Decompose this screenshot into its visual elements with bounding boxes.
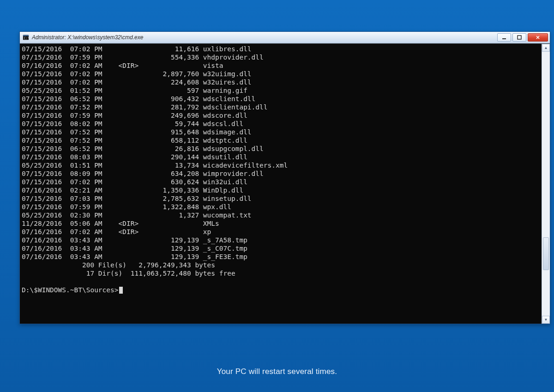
close-button[interactable] — [528, 33, 548, 42]
minimize-button[interactable] — [497, 33, 511, 42]
terminal-output[interactable]: 07/15/2016 07:02 PM 11,616 uxlibres.dll … — [20, 44, 542, 324]
scroll-down-button[interactable]: ▼ — [542, 316, 550, 324]
scroll-thumb[interactable] — [543, 237, 549, 270]
terminal-area: 07/15/2016 07:02 PM 11,616 uxlibres.dll … — [20, 43, 550, 324]
scroll-up-button[interactable]: ▲ — [542, 44, 550, 52]
cmd-icon: C:\ — [23, 34, 29, 41]
maximize-button[interactable] — [512, 33, 526, 42]
scrollbar[interactable]: ▲ ▼ — [542, 44, 550, 324]
setup-status-text: Your PC will restart several times. — [0, 367, 554, 376]
prompt-line[interactable]: D:\$WINDOWS.~BT\Sources> — [22, 286, 541, 294]
cmd-window: C:\ Administrator: X:\windows\system32\c… — [19, 31, 550, 324]
window-controls — [497, 33, 548, 42]
cursor — [119, 287, 123, 294]
window-title: Administrator: X:\windows\system32\cmd.e… — [32, 34, 143, 41]
svg-rect-3 — [502, 38, 506, 39]
svg-text:C:\: C:\ — [24, 36, 29, 40]
svg-rect-4 — [518, 36, 521, 39]
titlebar[interactable]: C:\ Administrator: X:\windows\system32\c… — [20, 32, 550, 43]
